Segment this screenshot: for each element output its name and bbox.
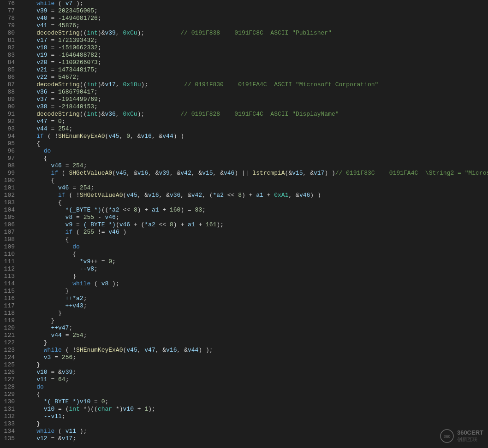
line-content: do bbox=[18, 243, 80, 251]
line-number: 101 bbox=[0, 184, 18, 192]
line-number: 83 bbox=[0, 52, 18, 59]
table-row: 105 v8 = 255 - v46; bbox=[0, 214, 488, 221]
line-number: 133 bbox=[0, 420, 18, 428]
line-content: } bbox=[18, 339, 48, 347]
line-content: if ( !SHEnumKeyExA0(v45, 0, &v16, &v44) … bbox=[18, 133, 184, 140]
watermark-text-block: 360CERT 创新互联 bbox=[457, 429, 483, 443]
line-content: v10 = &v39; bbox=[18, 369, 76, 376]
line-number: 78 bbox=[0, 15, 18, 22]
line-content: { bbox=[18, 391, 40, 398]
line-content: v8 = 255 - v46; bbox=[18, 214, 119, 221]
line-content: --v11; bbox=[18, 413, 65, 420]
table-row: 113 } bbox=[0, 273, 488, 280]
line-content: } bbox=[18, 317, 54, 324]
line-content: v17 = 1721393432; bbox=[18, 37, 98, 44]
table-row: 90 v38 = -218440153; bbox=[0, 103, 488, 111]
line-content: if ( !SHGetValueA0(v45, &v16, &v36, &v42… bbox=[18, 192, 321, 199]
line-content: } bbox=[18, 310, 62, 317]
line-number: 109 bbox=[0, 243, 18, 251]
table-row: 135 v12 = &v17; bbox=[0, 435, 488, 442]
line-content: v46 = 254; bbox=[18, 184, 94, 192]
line-number: 111 bbox=[0, 258, 18, 265]
line-number: 113 bbox=[0, 273, 18, 280]
table-row: 99 if ( SHGetValueA0(v45, &v16, &v39, &v… bbox=[0, 170, 488, 177]
table-row: 104 *(_BYTE *)((*a2 << 8) + a1 + 160) = … bbox=[0, 206, 488, 214]
line-content: v38 = -218440153; bbox=[18, 103, 98, 111]
table-row: 127 v11 = 64; bbox=[0, 376, 488, 383]
table-row: 89 v37 = -1914499769; bbox=[0, 96, 488, 103]
table-row: 107 if ( 255 != v46 ) bbox=[0, 229, 488, 236]
line-number: 104 bbox=[0, 206, 18, 214]
line-content: v3 = 256; bbox=[18, 354, 76, 361]
svg-text:360: 360 bbox=[443, 434, 450, 439]
table-row: 116 ++*a2; bbox=[0, 295, 488, 302]
line-number: 107 bbox=[0, 229, 18, 236]
table-row: 98 v46 = 254; bbox=[0, 162, 488, 170]
line-number: 94 bbox=[0, 133, 18, 140]
watermark-sub: 创新互联 bbox=[457, 436, 483, 443]
line-number: 127 bbox=[0, 376, 18, 383]
line-content: decodeString((int)&v36, 0xCu); // 0191F8… bbox=[18, 111, 339, 118]
line-number: 122 bbox=[0, 339, 18, 347]
line-number: 123 bbox=[0, 347, 18, 354]
line-content: { bbox=[18, 251, 76, 258]
table-row: 87 decodeString((int)&v17, 0x18u); // 01… bbox=[0, 81, 488, 88]
table-row: 129 { bbox=[0, 391, 488, 398]
table-row: 111 *v9++ = 0; bbox=[0, 258, 488, 265]
table-row: 80 decodeString((int)&v39, 0xCu); // 019… bbox=[0, 29, 488, 37]
line-content: v11 = 64; bbox=[18, 376, 69, 383]
line-number: 124 bbox=[0, 354, 18, 361]
line-content: v12 = &v17; bbox=[18, 435, 76, 442]
table-row: 121 v44 = 254; bbox=[0, 332, 488, 339]
table-row: 119 } bbox=[0, 317, 488, 324]
line-content: ++v47; bbox=[18, 324, 72, 332]
line-number: 99 bbox=[0, 170, 18, 177]
line-number: 110 bbox=[0, 251, 18, 258]
line-number: 77 bbox=[0, 7, 18, 15]
table-row: 102 if ( !SHGetValueA0(v45, &v16, &v36, … bbox=[0, 192, 488, 199]
table-row: 117 ++v43; bbox=[0, 302, 488, 310]
line-number: 100 bbox=[0, 177, 18, 184]
line-number: 85 bbox=[0, 66, 18, 74]
code-lines: 76 while ( v7 );77 v39 = 2023456005;78 v… bbox=[0, 0, 488, 442]
table-row: 91 decodeString((int)&v36, 0xCu); // 019… bbox=[0, 111, 488, 118]
line-content: v46 = 254; bbox=[18, 162, 87, 170]
line-number: 96 bbox=[0, 147, 18, 155]
table-row: 132 --v11; bbox=[0, 413, 488, 420]
table-row: 97 { bbox=[0, 155, 488, 162]
line-content: { bbox=[18, 155, 48, 162]
table-row: 108 { bbox=[0, 236, 488, 243]
table-row: 92 v47 = 0; bbox=[0, 118, 488, 125]
line-number: 88 bbox=[0, 88, 18, 96]
line-content: ++*a2; bbox=[18, 295, 87, 302]
line-content: v20 = -1100266073; bbox=[18, 59, 101, 66]
table-row: 110 { bbox=[0, 251, 488, 258]
line-number: 117 bbox=[0, 302, 18, 310]
line-content: { bbox=[18, 199, 62, 206]
line-number: 132 bbox=[0, 413, 18, 420]
line-content: v10 = (int *)((char *)v10 + 1); bbox=[18, 406, 155, 413]
line-number: 128 bbox=[0, 383, 18, 391]
code-container: 76 while ( v7 );77 v39 = 2023456005;78 v… bbox=[0, 0, 488, 448]
table-row: 134 while ( v11 ); bbox=[0, 428, 488, 435]
line-number: 82 bbox=[0, 44, 18, 52]
line-content: do bbox=[18, 383, 44, 391]
table-row: 101 v46 = 254; bbox=[0, 184, 488, 192]
table-row: 112 --v8; bbox=[0, 265, 488, 273]
line-content: } bbox=[18, 288, 69, 295]
line-number: 92 bbox=[0, 118, 18, 125]
line-content: while ( !SHEnumKeyExA0(v45, v47, &v16, &… bbox=[18, 347, 213, 354]
line-content: v9 = (_BYTE *)(v46 + (*a2 << 8) + a1 + 1… bbox=[18, 221, 224, 229]
line-number: 121 bbox=[0, 332, 18, 339]
line-content: v39 = 2023456005; bbox=[18, 7, 98, 15]
line-number: 102 bbox=[0, 192, 18, 199]
line-content: } bbox=[18, 273, 76, 280]
line-number: 76 bbox=[0, 0, 18, 7]
line-content: { bbox=[18, 177, 54, 184]
line-number: 116 bbox=[0, 295, 18, 302]
table-row: 122 } bbox=[0, 339, 488, 347]
table-row: 123 while ( !SHEnumKeyExA0(v45, v47, &v1… bbox=[0, 347, 488, 354]
line-content: *(_BYTE *)v10 = 0; bbox=[18, 398, 108, 406]
table-row: 77 v39 = 2023456005; bbox=[0, 7, 488, 15]
line-content: while ( v8 ); bbox=[18, 280, 119, 288]
